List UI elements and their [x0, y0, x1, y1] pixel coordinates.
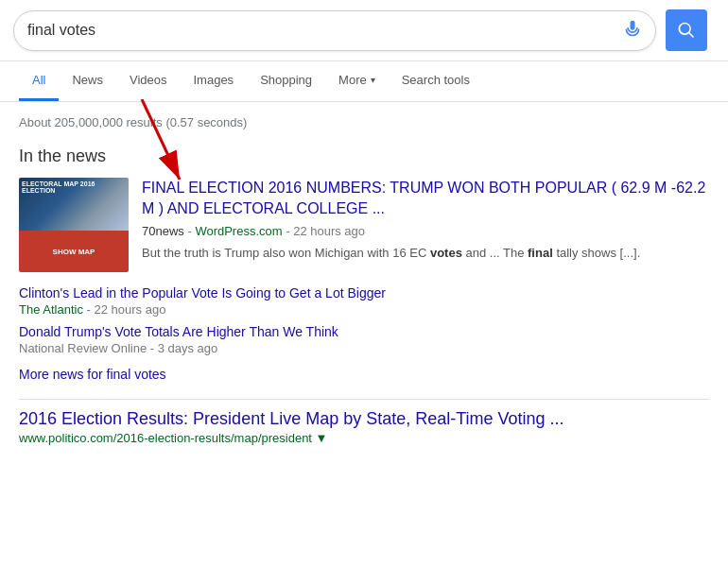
- tab-search-tools[interactable]: Search tools: [389, 61, 483, 101]
- news-content: FINAL ELECTION 2016 NUMBERS: TRUMP WON B…: [142, 178, 709, 272]
- news-snippet: But the truth is Trump also won Michigan…: [142, 244, 709, 263]
- secondary-news-2: Donald Trump's Vote Totals Are Higher Th…: [19, 324, 709, 355]
- search-button[interactable]: [666, 9, 707, 51]
- tab-all[interactable]: All: [19, 61, 59, 101]
- thumbnail-bottom: SHOW MAP: [19, 231, 129, 272]
- chevron-down-icon: ▾: [371, 75, 375, 85]
- tab-shopping[interactable]: Shopping: [247, 61, 325, 101]
- tab-videos[interactable]: Videos: [116, 61, 181, 101]
- secondary-news-2-title[interactable]: Donald Trump's Vote Totals Are Higher Th…: [19, 324, 709, 339]
- result-1-url: www.politico.com/2016-election-results/m…: [19, 431, 709, 445]
- secondary-news-1: Clinton's Lead in the Popular Vote Is Go…: [19, 285, 709, 317]
- news-time: 22 hours ago: [293, 224, 365, 238]
- snippet-bold-final: final: [528, 246, 553, 260]
- secondary-news-2-source: National Review Online: [19, 341, 147, 355]
- secondary-news-2-meta: National Review Online - 3 days ago: [19, 341, 709, 355]
- secondary-news-1-source: The Atlantic: [19, 302, 83, 317]
- top-news-title[interactable]: FINAL ELECTION 2016 NUMBERS: TRUMP WON B…: [142, 178, 709, 220]
- divider: [19, 399, 709, 400]
- news-meta: 70news - WordPress.com - 22 hours ago: [142, 224, 709, 238]
- secondary-news-1-meta: The Atlantic - 22 hours ago: [19, 302, 709, 317]
- mic-icon[interactable]: [623, 19, 642, 43]
- more-news-link[interactable]: More news for final votes: [19, 367, 709, 382]
- search-bar: [0, 0, 728, 61]
- thumbnail-bottom-text: SHOW MAP: [53, 248, 95, 256]
- tab-news[interactable]: News: [59, 61, 116, 101]
- secondary-news-1-time: - 22 hours ago: [87, 302, 166, 317]
- search-input-wrapper: [13, 10, 656, 51]
- results-count: About 205,000,000 results (0.57 seconds): [19, 115, 709, 129]
- in-the-news-header: In the news: [19, 146, 709, 166]
- tab-images[interactable]: Images: [180, 61, 247, 101]
- search-result-1: 2016 Election Results: President Live Ma…: [19, 409, 709, 445]
- search-input[interactable]: [27, 22, 615, 39]
- news-source-link[interactable]: WordPress.com: [195, 224, 282, 238]
- secondary-news-1-title[interactable]: Clinton's Lead in the Popular Vote Is Go…: [19, 285, 709, 301]
- content-wrapper: In the news ELECTORAL MAP 2016 ELECTION …: [19, 146, 709, 445]
- result-1-title[interactable]: 2016 Election Results: President Live Ma…: [19, 409, 709, 429]
- thumbnail-top: ELECTORAL MAP 2016 ELECTION: [19, 178, 129, 231]
- tab-more[interactable]: More ▾: [325, 61, 389, 101]
- secondary-news-2-time: - 3 days ago: [150, 341, 218, 355]
- nav-tabs: All News Videos Images Shopping More ▾ S…: [0, 61, 728, 102]
- news-thumbnail: ELECTORAL MAP 2016 ELECTION SHOW MAP: [19, 178, 129, 272]
- results-area: About 205,000,000 results (0.57 seconds)…: [0, 102, 728, 445]
- svg-line-1: [142, 99, 180, 180]
- news-source: 70news: [142, 224, 184, 238]
- top-news-card: ELECTORAL MAP 2016 ELECTION SHOW MAP FIN…: [19, 178, 709, 272]
- snippet-bold-votes: votes: [430, 246, 462, 260]
